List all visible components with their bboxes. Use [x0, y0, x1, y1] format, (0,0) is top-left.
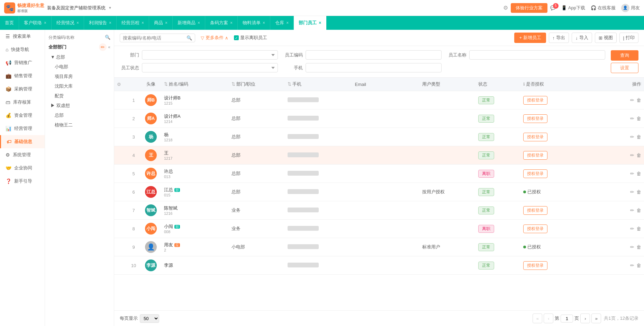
- edit-icon[interactable]: ✏: [630, 208, 634, 213]
- tree-node-general[interactable]: 总部: [45, 111, 114, 120]
- sidebar-item-marketing[interactable]: 📢营销推广: [0, 56, 45, 69]
- prev-page-btn[interactable]: ‹: [544, 314, 553, 323]
- sidebar-item-finance[interactable]: 💰资金管理: [0, 109, 45, 122]
- sidebar-item-system[interactable]: ⚙系统管理: [0, 148, 45, 161]
- tab-close-icon[interactable]: ×: [286, 20, 289, 25]
- tree-node-project[interactable]: 项目库房: [45, 72, 114, 81]
- delete-icon[interactable]: 🗑: [636, 152, 641, 158]
- page-number-input[interactable]: [561, 315, 573, 323]
- tab-close-icon[interactable]: ×: [44, 20, 46, 25]
- tree-edit-icon[interactable]: ✏: [99, 43, 107, 51]
- nav-tab-新增商品[interactable]: 新增商品 ×: [173, 16, 205, 30]
- sidebar-item-inventory[interactable]: 🗃库存核算: [0, 96, 45, 109]
- online-service-link[interactable]: 🎧 在线客服: [591, 5, 616, 11]
- sidebar-item-purchase[interactable]: 📦采购管理: [0, 82, 45, 96]
- col-phone-header[interactable]: ⇅手机: [285, 78, 352, 91]
- gear-icon[interactable]: ⚙: [503, 5, 508, 11]
- delete-icon[interactable]: 🗑: [636, 171, 641, 176]
- more-filter-btn[interactable]: ▽ 更多条件 ∧: [198, 33, 231, 42]
- col-dept-header[interactable]: ⇅部门/职位: [229, 78, 285, 91]
- edit-icon[interactable]: ✏: [630, 226, 634, 231]
- app-download-link[interactable]: 📱 App下载: [561, 5, 585, 11]
- show-resigned-toggle[interactable]: ✓ 显示离职员工: [234, 35, 267, 41]
- tab-close-icon[interactable]: ×: [165, 20, 167, 25]
- print-button[interactable]: | 打印: [619, 33, 638, 43]
- tree-search-input[interactable]: [48, 35, 103, 40]
- delete-icon[interactable]: 🗑: [636, 134, 641, 140]
- edit-icon[interactable]: ✏: [630, 152, 634, 158]
- auth-login-button[interactable]: 授权登录: [523, 133, 547, 141]
- delete-icon[interactable]: 🗑: [636, 208, 641, 213]
- tree-node-hq[interactable]: ▼ 总部: [45, 52, 114, 62]
- tab-close-icon[interactable]: ×: [142, 20, 144, 25]
- nav-tab-首页[interactable]: 首页: [0, 16, 19, 30]
- auth-login-button[interactable]: 授权登录: [523, 151, 547, 160]
- import-button[interactable]: ↓ 导入: [572, 33, 592, 43]
- tab-close-icon[interactable]: ×: [263, 20, 265, 25]
- auth-login-button[interactable]: 授权登录: [523, 206, 547, 215]
- sidebar-item-collab[interactable]: 🤝企业协同: [0, 161, 45, 175]
- delete-icon[interactable]: 🗑: [636, 97, 641, 103]
- tab-close-icon[interactable]: ×: [230, 20, 233, 25]
- sidebar-item-guide[interactable]: ❓新手引导: [0, 175, 45, 188]
- emp-code-input[interactable]: [306, 50, 442, 60]
- per-page-select[interactable]: 50 20 100: [140, 314, 159, 323]
- auth-login-button[interactable]: 授权登录: [523, 224, 547, 233]
- message-icon[interactable]: 💬 5: [550, 5, 556, 10]
- sidebar-item-basic[interactable]: 🏷基础信息: [0, 135, 45, 148]
- edit-icon[interactable]: ✏: [630, 171, 634, 176]
- user-menu[interactable]: 👤 用友: [621, 4, 640, 12]
- export-button[interactable]: ↑ 导出: [549, 33, 569, 43]
- emp-status-select[interactable]: [142, 63, 278, 72]
- auth-login-button[interactable]: 授权登录: [523, 261, 547, 270]
- nav-tab-利润报告[interactable]: 利润报告 ×: [84, 16, 117, 30]
- nav-tab-部门员工[interactable]: 部门员工 ×: [294, 16, 326, 30]
- tree-node-double-think[interactable]: ▶ 双虚想: [45, 101, 114, 111]
- sidebar-item-quick-nav[interactable]: ⌂快捷导航: [0, 43, 45, 56]
- tab-close-icon[interactable]: ×: [76, 20, 79, 25]
- auth-login-button[interactable]: 授权登录: [523, 169, 547, 178]
- view-button[interactable]: ⊞ 视图: [595, 33, 617, 43]
- tree-node-small-e[interactable]: 小电部: [45, 62, 114, 72]
- tree-node-plant-king[interactable]: 植物王二: [45, 120, 114, 130]
- nav-tab-客户联络[interactable]: 客户联络 ×: [19, 16, 52, 30]
- search-button[interactable]: 查询: [611, 50, 638, 61]
- delete-icon[interactable]: 🗑: [636, 116, 641, 121]
- tree-collapse-icon[interactable]: «: [108, 45, 110, 50]
- sidebar-item-sales[interactable]: 💼销售管理: [0, 69, 45, 82]
- edit-icon[interactable]: ✏: [630, 97, 634, 103]
- nav-tab-经营情况[interactable]: 经营情况 ×: [52, 16, 84, 30]
- sidebar-item-search-menu[interactable]: ☰搜索菜单: [0, 30, 45, 43]
- tree-node-shenyang[interactable]: 沈阳大库: [45, 81, 114, 91]
- edit-icon[interactable]: ✏: [630, 116, 634, 121]
- add-employee-button[interactable]: + 新增员工: [514, 33, 546, 43]
- delete-icon[interactable]: 🗑: [636, 263, 641, 268]
- nav-tab-经营历程[interactable]: 经营历程 ×: [117, 16, 149, 30]
- edit-icon[interactable]: ✏: [630, 189, 634, 195]
- col-name-header[interactable]: ⇅姓名/编码: [161, 78, 229, 91]
- tab-close-icon[interactable]: ×: [319, 20, 321, 25]
- sidebar-item-ops[interactable]: 📊经营管理: [0, 122, 45, 135]
- nav-tab-条码方案[interactable]: 条码方案 ×: [205, 16, 238, 30]
- delete-icon[interactable]: 🗑: [636, 244, 641, 250]
- tab-close-icon[interactable]: ×: [198, 20, 200, 25]
- nav-tab-仓库[interactable]: 仓库 ×: [270, 16, 294, 30]
- delete-icon[interactable]: 🗑: [636, 226, 641, 231]
- search-input[interactable]: [123, 35, 185, 41]
- edit-icon[interactable]: ✏: [630, 244, 634, 250]
- dept-select[interactable]: [142, 50, 278, 60]
- auth-login-button[interactable]: 授权登录: [523, 96, 547, 105]
- auth-login-button[interactable]: 授权登录: [523, 114, 547, 123]
- edit-icon[interactable]: ✏: [630, 263, 634, 268]
- first-page-btn[interactable]: «: [533, 314, 542, 323]
- trial-button[interactable]: 体验行业方案: [511, 3, 547, 13]
- nav-tab-物料清单[interactable]: 物料清单 ×: [238, 16, 270, 30]
- next-page-btn[interactable]: ›: [580, 314, 590, 323]
- emp-name-input[interactable]: [469, 50, 605, 60]
- edit-icon[interactable]: ✏: [630, 134, 634, 140]
- dropdown-arrow-icon[interactable]: ▼: [108, 6, 112, 10]
- last-page-btn[interactable]: »: [591, 314, 601, 323]
- tree-node-dist[interactable]: 配货: [45, 91, 114, 101]
- nav-tab-商品[interactable]: 商品 ×: [149, 16, 173, 30]
- settings-button[interactable]: 设置: [611, 63, 638, 73]
